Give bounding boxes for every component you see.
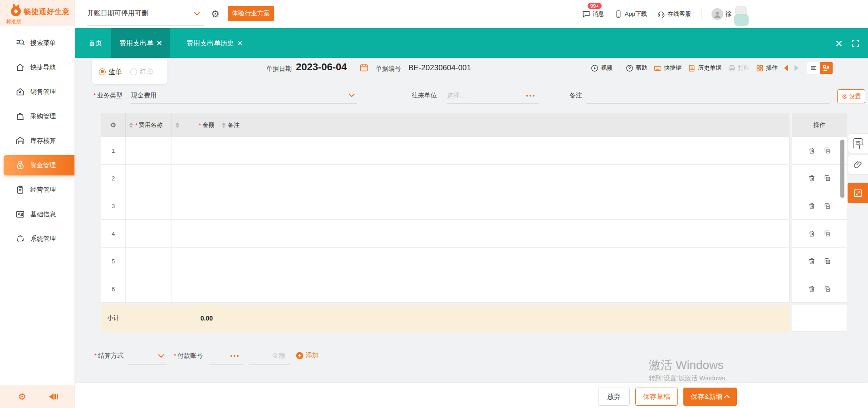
delete-row-icon[interactable] <box>808 230 815 237</box>
amount-cell[interactable] <box>172 192 218 219</box>
app-download-label: App下载 <box>625 10 647 18</box>
tab-expense-voucher[interactable]: 费用支出单 <box>111 28 170 58</box>
expense-name-cell[interactable] <box>126 220 172 247</box>
account-period-selector[interactable]: 开账日期可停用可删 <box>87 9 148 18</box>
required-asterisk: * <box>94 352 97 359</box>
chevron-down-icon[interactable] <box>348 93 355 97</box>
settings-gear-icon[interactable]: ⚙ <box>18 392 26 401</box>
delete-row-icon[interactable] <box>808 147 815 154</box>
partner-field-label: 往来单位 <box>412 92 437 100</box>
draft-panel-button[interactable]: 草 <box>848 133 868 153</box>
expense-name-header[interactable]: *费用名称 <box>126 113 172 137</box>
copy-row-icon[interactable] <box>824 147 831 154</box>
tab-home[interactable]: 首页 <box>80 28 110 58</box>
close-icon[interactable] <box>836 40 842 46</box>
hotkeys-tool[interactable]: 快捷键 <box>654 64 682 72</box>
sort-icon[interactable] <box>176 122 179 128</box>
user-account[interactable]: 徐 <box>711 2 749 26</box>
copy-row-icon[interactable] <box>824 257 831 265</box>
tab-expense-history[interactable]: 费用支出单历史 <box>178 28 250 58</box>
video-tool[interactable]: 视频 <box>591 64 613 72</box>
expense-name-cell[interactable] <box>126 165 172 192</box>
settlement-underline[interactable] <box>128 364 167 365</box>
account-picker-ellipsis-icon[interactable] <box>230 355 239 357</box>
remark-cell[interactable] <box>218 137 790 164</box>
try-industry-solution-button[interactable]: 体验行业方案 <box>228 6 274 21</box>
blue-voucher-radio[interactable]: 蓝单 <box>99 68 122 76</box>
prev-doc-icon[interactable] <box>784 65 788 71</box>
amount-cell[interactable] <box>172 137 218 164</box>
form-view-icon[interactable] <box>820 62 833 74</box>
gear-icon[interactable]: ⚙ <box>211 9 220 19</box>
add-settlement-button[interactable]: 添加 <box>296 351 319 359</box>
calendar-icon[interactable] <box>359 63 368 72</box>
sidebar-item-inventory[interactable]: 库存核算 <box>0 131 74 151</box>
amount-underline[interactable] <box>249 364 290 365</box>
sidebar-item-basic-info[interactable]: 基础信息 <box>0 204 74 224</box>
sort-icon[interactable] <box>129 122 133 128</box>
amount-cell[interactable] <box>172 275 218 302</box>
business-type-value[interactable]: 现金费用 <box>131 92 157 100</box>
attachment-button[interactable] <box>848 155 868 175</box>
history-doc-tool[interactable]: 历史单据 <box>688 64 721 72</box>
collapse-sidebar-icon[interactable] <box>49 393 58 400</box>
sidebar-item-search-menu[interactable]: 搜索菜单 <box>0 33 74 53</box>
sidebar-item-quick-nav[interactable]: 快捷导航 <box>0 57 74 78</box>
help-tool[interactable]: 帮助 <box>626 64 647 72</box>
close-tab-icon[interactable] <box>157 41 162 45</box>
delete-row-icon[interactable] <box>808 257 815 265</box>
amount-cell[interactable] <box>172 165 218 192</box>
amount-header[interactable]: *金额 <box>172 113 218 137</box>
close-tab-icon[interactable] <box>238 41 242 45</box>
partner-picker-ellipsis-icon[interactable] <box>526 95 535 97</box>
delete-row-icon[interactable] <box>808 202 815 209</box>
amount-cell[interactable] <box>172 248 218 275</box>
copy-row-icon[interactable] <box>824 175 831 182</box>
column-config-header[interactable]: ⚙ <box>101 113 126 137</box>
sidebar-item-funds[interactable]: 资金管理 <box>4 155 74 175</box>
chevron-down-icon[interactable] <box>194 12 200 16</box>
sort-icon[interactable] <box>222 122 226 128</box>
app-download-link[interactable]: App下载 <box>614 10 647 18</box>
red-voucher-radio[interactable]: 红单 <box>130 68 153 76</box>
messages-link[interactable]: 99+ 消息 <box>582 10 604 18</box>
amount-placeholder[interactable]: 金额 <box>272 352 285 360</box>
sidebar-item-system[interactable]: 系统管理 <box>0 228 74 249</box>
actions-tool[interactable]: 操作 <box>756 64 778 72</box>
table-scrollbar-thumb[interactable] <box>840 140 844 198</box>
list-view-icon[interactable] <box>807 62 820 74</box>
copy-row-icon[interactable] <box>824 285 831 292</box>
pay-account-underline[interactable] <box>209 364 244 365</box>
fullscreen-icon[interactable] <box>852 40 859 47</box>
expense-name-cell[interactable] <box>126 192 172 219</box>
discard-button[interactable]: 放弃 <box>598 388 630 406</box>
remark-cell[interactable] <box>218 192 790 219</box>
copy-row-icon[interactable] <box>824 230 831 237</box>
expense-name-cell[interactable] <box>126 137 172 164</box>
remark-cell[interactable] <box>218 220 790 247</box>
online-service-link[interactable]: 在线客服 <box>657 10 691 18</box>
chevron-down-icon[interactable] <box>158 354 164 358</box>
expense-name-cell[interactable] <box>126 275 172 302</box>
amount-cell[interactable] <box>172 220 218 247</box>
copy-row-icon[interactable] <box>824 202 831 209</box>
delete-row-icon[interactable] <box>808 285 815 292</box>
save-draft-button[interactable]: 保存草稿 <box>635 388 678 406</box>
row-actions <box>792 275 847 303</box>
partner-placeholder[interactable]: 选择... <box>447 92 465 100</box>
remark-cell[interactable] <box>218 165 790 192</box>
doc-date-value[interactable]: 2023-06-04 <box>296 61 347 73</box>
remark-header[interactable]: 备注 <box>218 113 790 137</box>
expand-button[interactable] <box>848 183 868 203</box>
sidebar-item-purchase[interactable]: 采购管理 <box>0 106 74 126</box>
remark-cell[interactable] <box>218 248 790 275</box>
column-settings-button[interactable]: ⚙设置 <box>837 89 865 103</box>
next-doc-icon[interactable] <box>794 65 799 71</box>
sidebar-item-operations[interactable]: 经营管理 <box>0 180 74 200</box>
sidebar-item-sales[interactable]: 销售管理 <box>0 82 74 102</box>
delete-row-icon[interactable] <box>808 175 815 182</box>
save-and-new-button[interactable]: 保存&新增 <box>683 388 737 406</box>
remark-cell[interactable] <box>218 275 790 302</box>
print-tool[interactable]: 打印 <box>728 64 750 72</box>
expense-name-cell[interactable] <box>126 248 172 275</box>
